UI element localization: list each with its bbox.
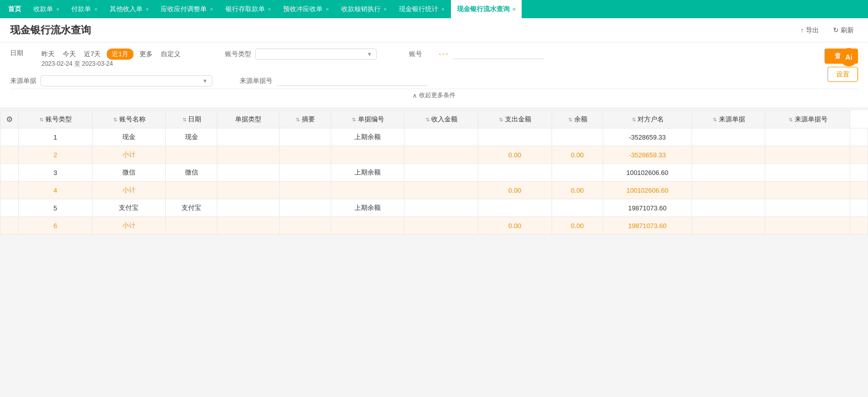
cell-gear [1, 164, 19, 182]
close-icon[interactable]: × [513, 6, 516, 12]
cell-summary: 上期余额 [331, 164, 404, 182]
col-voucher-type[interactable]: 单据类型 [217, 111, 280, 128]
gear-icon[interactable]: ⚙ [6, 115, 13, 123]
nav-item-bank-deposits[interactable]: 银行存取款单 × [219, 0, 277, 18]
col-source-voucher[interactable]: ⇅ 来源单据 [692, 111, 765, 128]
table-row: 5支付宝支付宝上期余额19871073.60 [1, 199, 868, 217]
settings-column-header[interactable]: ⚙ [1, 111, 19, 128]
cell-account-type: 小计 [92, 146, 166, 164]
col-income[interactable]: ⇅ 收入金额 [404, 111, 478, 128]
cell-balance: 19871073.60 [603, 217, 692, 235]
table-row: 2小计0.000.00-3528659.33 [1, 146, 868, 164]
col-date[interactable]: ⇅ 日期 [166, 111, 217, 128]
source-voucher-select[interactable]: ▼ [40, 75, 212, 86]
row-number: 4 [19, 182, 93, 199]
close-icon[interactable]: × [384, 6, 387, 12]
close-icon[interactable]: × [210, 6, 213, 12]
cell-summary [331, 182, 404, 199]
cell-account-type: 小计 [92, 217, 166, 235]
nav-item-home[interactable]: 首页 [2, 0, 27, 18]
col-source-voucher-no[interactable]: ⇅ 来源单据号 [765, 111, 850, 128]
close-icon[interactable]: × [56, 6, 59, 12]
cell-voucher-no [404, 217, 478, 235]
date-btn-custom[interactable]: 自定义 [159, 49, 182, 60]
settings-button[interactable]: 设置 [828, 67, 858, 82]
date-btn-more[interactable]: 更多 [138, 49, 155, 60]
account-type-label: 账号类型 [225, 50, 251, 59]
cell-expense: 0.00 [552, 146, 603, 164]
cell-counterparty [692, 164, 765, 182]
cell-account-name [166, 217, 217, 235]
source-voucher-no-input[interactable] [277, 76, 428, 86]
close-icon[interactable]: × [94, 6, 97, 12]
nav-item-adjustments[interactable]: 应收应付调整单 × [155, 0, 219, 18]
col-sort-icon10: ⇅ [713, 117, 717, 122]
cell-counterparty [692, 146, 765, 164]
col-counterparty[interactable]: ⇅ 对方户名 [603, 111, 692, 128]
table-row: 3微信微信上期余额100102606.60 [1, 164, 868, 182]
nav-item-other-income[interactable]: 其他收入单 × [104, 0, 155, 18]
cell-date [217, 182, 280, 199]
source-voucher-label: 来源单据 [10, 76, 36, 85]
nav-item-receipts[interactable]: 收款单 × [27, 0, 65, 18]
ai-badge[interactable]: Ai [840, 48, 858, 66]
cell-balance: 100102606.60 [603, 164, 692, 182]
nav-label-bank-deposits: 银行存取款单 [225, 5, 265, 14]
date-options: 昨天 今天 近7天 近1月 更多 自定义 [39, 49, 182, 60]
collapse-label: 收起更多条件 [419, 91, 455, 100]
account-type-select[interactable]: ▼ [255, 49, 377, 60]
date-btn-1month[interactable]: 近1月 [107, 49, 133, 60]
chevron-down-icon2: ▼ [202, 78, 208, 84]
refresh-button[interactable]: ↻ 刷新 [829, 24, 858, 37]
nav-item-payments[interactable]: 付款单 × [65, 0, 103, 18]
cell-counterparty [692, 182, 765, 199]
col-voucher-no[interactable]: ⇅ 单据编号 [331, 111, 404, 128]
cell-account-name: 微信 [166, 164, 217, 182]
cell-source-voucher [765, 217, 850, 235]
cell-gear [1, 199, 19, 217]
date-btn-yesterday[interactable]: 昨天 [39, 49, 57, 60]
export-button[interactable]: ↑ 导出 [797, 24, 824, 37]
nav-item-collection-exec[interactable]: 收款核销执行 × [335, 0, 393, 18]
cell-income: 0.00 [478, 146, 552, 164]
export-label: 导出 [806, 26, 819, 35]
col-sort-icon8: ⇅ [568, 117, 572, 122]
account-no-input[interactable] [453, 49, 544, 59]
col-balance[interactable]: ⇅ 余额 [552, 111, 603, 128]
close-icon[interactable]: × [268, 6, 271, 12]
table-row: 1现金现金上期余额-3528659.33 [1, 128, 868, 146]
nav-item-advance-offset[interactable]: 预收冲应收单 × [277, 0, 335, 18]
cell-voucher-no [404, 199, 478, 217]
nav-item-bank-stats[interactable]: 现金银行统计 × [393, 0, 450, 18]
filter-row-main: 日期 昨天 今天 近7天 近1月 更多 自定义 2023-02-24 至 202… [10, 49, 858, 86]
collapse-bar[interactable]: ∧ 收起更多条件 [10, 89, 858, 102]
close-icon[interactable]: × [326, 6, 329, 12]
cell-source-voucher-no [850, 164, 867, 182]
account-no-dots[interactable]: ··· [438, 49, 449, 59]
close-icon[interactable]: × [441, 6, 444, 12]
cell-expense [552, 164, 603, 182]
date-btn-7days[interactable]: 近7天 [82, 49, 103, 60]
col-account-type[interactable]: ⇅ 账号类型 [19, 111, 93, 128]
date-btn-today[interactable]: 今天 [61, 49, 78, 60]
col-summary[interactable]: ⇅ 摘要 [279, 111, 331, 128]
refresh-icon: ↻ [833, 26, 839, 34]
cell-date [217, 128, 280, 146]
col-sort-icon: ⇅ [39, 117, 43, 122]
cell-balance: 100102606.60 [603, 182, 692, 199]
cell-income [478, 199, 552, 217]
nav-item-bank-flow[interactable]: 现金银行流水查询 × [451, 0, 522, 18]
col-expense[interactable]: ⇅ 支出金额 [478, 111, 552, 128]
nav-label-bank-stats: 现金银行统计 [399, 5, 438, 14]
table-row: 6小计0.000.0019871073.60 [1, 217, 868, 235]
col-account-name[interactable]: ⇅ 账号名称 [92, 111, 166, 128]
cell-source-voucher-no [850, 182, 867, 199]
nav-label-receipts: 收款单 [33, 5, 53, 14]
cell-balance: -3528659.33 [603, 128, 692, 146]
cell-summary [331, 217, 404, 235]
cell-gear [1, 146, 19, 164]
cell-date [217, 146, 280, 164]
refresh-label: 刷新 [841, 26, 854, 35]
close-icon[interactable]: × [146, 6, 149, 12]
cell-source-voucher [765, 128, 850, 146]
